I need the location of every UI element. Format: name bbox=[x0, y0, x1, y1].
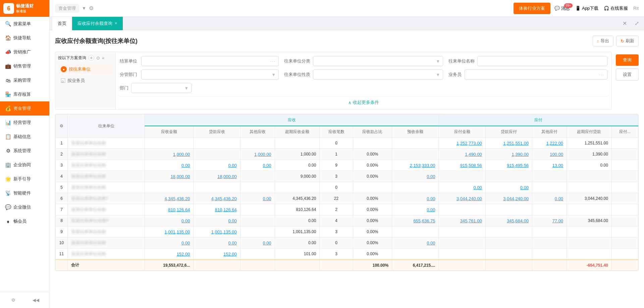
sidebar-item-sales[interactable]: 💼 销售管理 bbox=[0, 59, 49, 73]
online-service-icon: 🎧 bbox=[604, 6, 609, 11]
footer-empty bbox=[56, 260, 68, 271]
sidebar-item-label: 智能硬件 bbox=[13, 190, 31, 196]
table-row: 4某某往来单位名称18,000.0018,000.009,000.0030.00… bbox=[56, 171, 638, 182]
filter-partner-name-label: 往来单位名称 bbox=[448, 58, 475, 64]
sidebar-collapse-btn[interactable]: ◀◀ bbox=[26, 296, 46, 305]
tab-home[interactable]: 首页 bbox=[52, 17, 72, 30]
sidebar-item-purchase[interactable]: 🛍 采购管理 bbox=[0, 73, 49, 87]
filter-salesperson-input[interactable]: ··· bbox=[465, 70, 607, 80]
guide-icon: 🌟 bbox=[5, 176, 11, 182]
partner-name: 某某往来单位名称 bbox=[68, 171, 145, 182]
sidebar-item-label: 基础信息 bbox=[13, 134, 31, 140]
enterprise-icon: 🏢 bbox=[5, 162, 11, 168]
col-partner: 往来单位 bbox=[68, 115, 145, 138]
sidebar-item-wechat[interactable]: 💬 企业微信 bbox=[0, 200, 49, 214]
filter-dropdown-icon: ▼ bbox=[436, 59, 440, 64]
col-group-receivable: 应收 bbox=[145, 115, 439, 126]
filter-collapse-btn[interactable]: ∧ 收起更多条件 bbox=[348, 99, 379, 105]
message-btn[interactable]: 💬 消息 99+ bbox=[554, 5, 570, 11]
col-settings[interactable]: ⚙ bbox=[56, 115, 68, 138]
topnav-gear-icon[interactable]: ⚙ bbox=[89, 5, 94, 11]
sidebar-item-label: 搜索菜单 bbox=[13, 21, 31, 27]
filter-salesperson-dots-icon: ··· bbox=[599, 72, 604, 77]
sidebar-menu: 🔍 搜索菜单 🏠 快捷导航 📣 营销推广 💼 销售管理 🛍 采购管理 🏪 库存核… bbox=[0, 17, 49, 292]
partner-name: 某某往来单位名称 bbox=[68, 160, 145, 171]
table-footer-row: 合计 19,553,472,6... 100.00% 6,417,215.... bbox=[56, 260, 638, 271]
sidebar-item-smart-hw[interactable]: 📡 智能硬件 bbox=[0, 186, 49, 200]
tab-close-icon[interactable]: ✕ bbox=[114, 21, 117, 26]
filter-settlement-unit-input[interactable]: ··· bbox=[141, 56, 279, 66]
online-service-btn[interactable]: 🎧 在线客服 bbox=[604, 5, 628, 11]
footer-ap-amount bbox=[439, 260, 485, 271]
sidebar-item-operations[interactable]: 📊 经营管理 bbox=[0, 116, 49, 130]
wechat-icon: 💬 bbox=[5, 205, 11, 210]
partner-name: 某某往来单位名称 bbox=[68, 149, 145, 160]
sidebar-item-inventory[interactable]: 🏪 库存核算 bbox=[0, 87, 49, 101]
collapse-up-icon: ∧ bbox=[348, 100, 352, 105]
filter-partner-name-input[interactable] bbox=[477, 56, 607, 66]
footer-ar-count bbox=[320, 260, 353, 271]
sidebar-item-label: 企业微信 bbox=[13, 204, 31, 210]
inventory-icon: 🏪 bbox=[5, 92, 11, 97]
page-title: 应收应付余额查询(按往来单位) bbox=[55, 37, 138, 45]
sidebar-item-guide[interactable]: 🌟 新手引导 bbox=[0, 172, 49, 186]
filter-salesperson: 业务员 ··· bbox=[448, 70, 607, 80]
filter-partner-category-input[interactable]: ▼ bbox=[313, 56, 443, 66]
topnav-breadcrumb: 资金管理 bbox=[55, 4, 79, 13]
query-tab-by-salesperson[interactable]: ○ 按业务员 bbox=[58, 76, 113, 86]
refresh-icon: ↻ bbox=[621, 39, 624, 44]
filter-settlement-unit: 结算单位 ··· bbox=[120, 56, 279, 66]
query-tab-by-partner[interactable]: ● 按往来单位 bbox=[58, 64, 113, 74]
sidebar-item-finance[interactable]: 💰 资金管理 bbox=[0, 101, 49, 116]
sidebar-item-label: 畅会员 bbox=[13, 218, 26, 224]
filter-department-input[interactable]: ▼ bbox=[131, 83, 192, 93]
col-ap-overdue: 超期应付贷款 bbox=[567, 126, 612, 138]
table-row: 5某某往来单位名称00.000.00 bbox=[56, 182, 638, 193]
query-button[interactable]: 查询 bbox=[616, 54, 639, 66]
sidebar-item-vip[interactable]: ♦ 畅会员 bbox=[0, 214, 49, 228]
query-tab-active-icon: ● bbox=[61, 66, 67, 72]
filter-division: 分管部门 ▼ bbox=[120, 70, 279, 80]
sidebar-item-enterprise[interactable]: 🏢 企业协同 bbox=[0, 158, 49, 172]
export-btn[interactable]: ↑ 导出 bbox=[593, 36, 614, 46]
filter-options-icon[interactable]: ⊙ bbox=[96, 55, 100, 60]
sidebar-item-quick-nav[interactable]: 🏠 快捷导航 bbox=[0, 31, 49, 45]
filter-header: 按以下方案查询 + ⊙ « bbox=[58, 55, 113, 61]
col-ar-ratio: 应收款占比 bbox=[353, 126, 392, 138]
refresh-btn[interactable]: ↻ 刷新 bbox=[616, 36, 639, 46]
partner-name: 某某往来单位名称 bbox=[68, 204, 145, 215]
tab-close-window-btn[interactable]: ✕ bbox=[620, 19, 629, 28]
tab-ar-ap[interactable]: 应收应付余额查询 ✕ bbox=[72, 17, 123, 30]
sales-icon: 💼 bbox=[5, 63, 11, 69]
sidebar-item-system[interactable]: ⚙ 系统管理 bbox=[0, 144, 49, 158]
partner-name: 某某往来单位名称7 bbox=[68, 193, 145, 204]
content-area: 应收应付余额查询(按往来单位) ↑ 导出 ↻ 刷新 按 bbox=[50, 30, 644, 308]
try-industry-btn[interactable]: 体验行业方案 bbox=[514, 3, 550, 14]
breadcrumb-arrow-icon[interactable]: ▼ bbox=[82, 6, 86, 11]
filter-department: 部门 ▼ bbox=[120, 83, 279, 93]
filter-collapse-icon[interactable]: « bbox=[102, 55, 104, 60]
tab-expand-btn[interactable]: ⤢ bbox=[632, 19, 641, 28]
tab-home-label: 首页 bbox=[58, 20, 66, 27]
filter-partner-name: 往来单位名称 bbox=[448, 56, 607, 66]
filter-add-btn[interactable]: + bbox=[88, 55, 94, 61]
table-row: 7某某往来单位名称810,126.64810,126.64810,126.642… bbox=[56, 204, 638, 215]
filter-division-input[interactable]: ▼ bbox=[141, 70, 279, 80]
filter-partner-nature-input[interactable]: ▼ bbox=[313, 70, 443, 80]
smart-hw-icon: 📡 bbox=[5, 190, 11, 196]
basic-info-icon: 📋 bbox=[5, 134, 11, 139]
sidebar-item-search-menu[interactable]: 🔍 搜索菜单 bbox=[0, 17, 49, 31]
col-ap-amount: 应付金额 bbox=[439, 126, 485, 138]
setting-button[interactable]: 设置 bbox=[616, 69, 639, 81]
sidebar-settings-btn[interactable]: ⚙ bbox=[3, 296, 23, 305]
partner-name: 某某往来单位名称 bbox=[68, 138, 145, 149]
tab-ar-ap-label: 应收应付余额查询 bbox=[77, 20, 112, 27]
filter-partner-nature: 往来单位性质 ▼ bbox=[284, 70, 443, 80]
filter-dots-icon: ··· bbox=[270, 59, 276, 64]
sidebar-item-basic-info[interactable]: 📋 基础信息 bbox=[0, 130, 49, 144]
app-download-btn[interactable]: 📱 App下载 bbox=[575, 5, 598, 11]
sidebar-item-label: 新手引导 bbox=[13, 176, 31, 182]
marketing-icon: 📣 bbox=[5, 49, 11, 55]
vip-icon: ♦ bbox=[5, 219, 11, 224]
sidebar-item-marketing[interactable]: 📣 营销推广 bbox=[0, 45, 49, 59]
